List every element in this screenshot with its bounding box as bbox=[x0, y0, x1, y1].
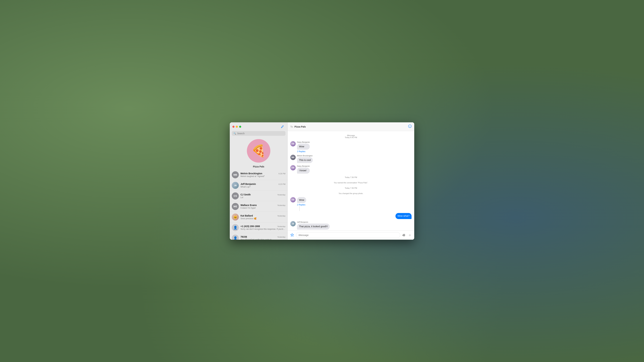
conv-info-wallace: Wallace Evans Yesterday It does! I'm hyp… bbox=[240, 204, 286, 209]
avatar-mb-m2: MB bbox=[290, 155, 296, 160]
bubble-m2: This is cool bbox=[297, 157, 313, 163]
chat-info-button[interactable]: i bbox=[408, 124, 412, 129]
conversation-item-kat[interactable]: 🐱 Kat Ballard Yesterday Sooo precious 🥰 bbox=[230, 212, 288, 222]
conversation-item-78156[interactable]: 👤 78156 Yesterday Your ShareGrid verific… bbox=[230, 233, 288, 240]
conv-name-kat: Kat Ballard bbox=[240, 214, 253, 217]
bubble-m3: I know! bbox=[297, 168, 310, 174]
message-row-m5: Wow what? bbox=[290, 213, 412, 219]
group-name-label: Pizza Pals bbox=[230, 164, 288, 170]
conv-preview-cj: Lol bbox=[240, 196, 286, 199]
avatar-daisy-m4: DB bbox=[290, 197, 296, 202]
avatar-phone: 👤 bbox=[232, 224, 239, 231]
message-row-m2: MB Melvin Brockington This is cool bbox=[290, 155, 412, 163]
traffic-lights bbox=[232, 126, 241, 128]
avatar-kat: 🐱 bbox=[232, 214, 239, 221]
avatar-daisy-m1: DB bbox=[290, 141, 296, 146]
close-button[interactable] bbox=[232, 126, 234, 128]
bubble-m5: Wow what? bbox=[396, 213, 412, 219]
msg-content-m1: Daisy Benjamin Wow 2 Replies bbox=[297, 141, 310, 153]
system-message-1: You named the conversation "Pizza Pals". bbox=[290, 182, 412, 184]
chat-area: To: Pizza Pals i iMessage Today 6:45 PM … bbox=[288, 122, 414, 240]
message-row-m6: JB Jeff Benjamin That pizza, it looked g… bbox=[290, 221, 412, 230]
avatar-78156: 👤 bbox=[232, 235, 239, 240]
conv-info-melvin: Melvin Brockington 6:26 PM Melvin laughe… bbox=[240, 172, 286, 177]
conv-preview-78156: Your ShareGrid verification code is: bbox=[240, 239, 286, 240]
msg-content-m2: Melvin Brockington This is cool bbox=[297, 155, 313, 163]
audio-button[interactable] bbox=[402, 233, 406, 238]
conversation-item-phone[interactable]: 👤 +1 (415) 200-1908 Yesterday Sorry, we … bbox=[230, 222, 288, 233]
conv-time-jeff: 6:23 PM bbox=[278, 183, 286, 185]
message-row-m1: DB Daisy Benjamin Wow 2 Replies bbox=[290, 141, 412, 153]
conv-info-kat: Kat Ballard Yesterday Sooo precious 🥰 bbox=[240, 214, 286, 220]
conv-name-cj: CJ Smith bbox=[240, 193, 251, 196]
conversation-list: MB Melvin Brockington 6:26 PM Melvin lau… bbox=[230, 170, 288, 240]
emoji-button[interactable]: ☺ bbox=[408, 233, 412, 238]
msg-content-m6: Jeff Benjamin That pizza, it looked good… bbox=[297, 221, 330, 230]
conv-name-melvin: Melvin Brockington bbox=[240, 172, 262, 175]
msg-sender-m1: Daisy Benjamin bbox=[297, 141, 310, 143]
conv-name-jeff: Jeff Benjamin bbox=[240, 183, 256, 185]
conv-time-kat: Yesterday bbox=[277, 215, 286, 217]
conv-info-78156: 78156 Yesterday Your ShareGrid verificat… bbox=[240, 236, 286, 240]
conversation-item-cj[interactable]: CS CJ Smith Yesterday Lol bbox=[230, 191, 288, 201]
search-bar[interactable]: 🔍 bbox=[232, 131, 286, 136]
sidebar: 🔍 🍕 Pizza Pals MB Melvin Brockington 6:2… bbox=[230, 122, 288, 240]
search-input[interactable] bbox=[237, 132, 284, 135]
time-header-3: Today 7:36 PM bbox=[290, 187, 412, 189]
conv-time-78156: Yesterday bbox=[277, 236, 286, 238]
conv-time-wallace: Yesterday bbox=[277, 204, 286, 206]
msg-sender-m6: Jeff Benjamin bbox=[297, 221, 330, 223]
appstore-button[interactable] bbox=[290, 233, 295, 238]
conv-info-phone: +1 (415) 200-1908 Yesterday Sorry, we do… bbox=[240, 225, 286, 230]
minimize-button[interactable] bbox=[236, 126, 238, 128]
svg-line-0 bbox=[281, 128, 282, 128]
conv-preview-melvin: Melvin laughed at "Agreed" bbox=[240, 175, 286, 177]
conv-name-wallace: Wallace Evans bbox=[240, 204, 257, 206]
search-icon: 🔍 bbox=[234, 132, 236, 135]
conv-preview-phone: Sorry, we don't recognize this response.… bbox=[240, 228, 286, 230]
avatar-jeff-m6: JB bbox=[290, 221, 296, 226]
replies-m4[interactable]: 2 Replies bbox=[297, 204, 306, 206]
conv-preview-jeff: What's up? bbox=[240, 186, 286, 188]
maximize-button[interactable] bbox=[239, 126, 241, 128]
conv-time-phone: Yesterday bbox=[277, 225, 286, 227]
svg-rect-6 bbox=[404, 234, 405, 236]
compose-button[interactable] bbox=[280, 124, 285, 129]
chat-to-label: To: bbox=[290, 125, 294, 128]
messages-window: 🔍 🍕 Pizza Pals MB Melvin Brockington 6:2… bbox=[230, 122, 414, 240]
chat-group-name: Pizza Pals bbox=[294, 125, 306, 128]
conv-time-cj: Yesterday bbox=[277, 194, 286, 196]
titlebar bbox=[230, 122, 288, 131]
conv-name-phone: +1 (415) 200-1908 bbox=[240, 225, 260, 228]
conv-name-78156: 78156 bbox=[240, 236, 247, 238]
message-input[interactable] bbox=[296, 232, 400, 238]
avatar-jeff: JB bbox=[232, 182, 239, 189]
avatar-daisy-m3: DB bbox=[290, 165, 296, 170]
chat-header: To: Pizza Pals i bbox=[288, 122, 414, 131]
bubble-m6: That pizza, it looked good!!! bbox=[297, 224, 330, 230]
msg-content-m5: Wow what? bbox=[396, 213, 412, 219]
input-area: ☺ bbox=[288, 230, 414, 240]
message-row-m4: DB Wow 2 Replies bbox=[290, 197, 412, 211]
group-icon-container: 🍕 bbox=[230, 137, 288, 164]
avatar-melvin: MB bbox=[232, 171, 239, 178]
conversation-item-melvin[interactable]: MB Melvin Brockington 6:26 PM Melvin lau… bbox=[230, 170, 288, 180]
conv-preview-kat: Sooo precious 🥰 bbox=[240, 217, 286, 220]
msg-sender-m3: Daisy Benjamin bbox=[297, 165, 310, 167]
bubble-m4: Wow bbox=[297, 197, 306, 203]
message-row-m3: DB Daisy Benjamin I know! bbox=[290, 165, 412, 174]
replies-m1[interactable]: 2 Replies bbox=[297, 150, 310, 153]
msg-content-m3: Daisy Benjamin I know! bbox=[297, 165, 310, 174]
time-header-1: iMessage Today 6:45 PM bbox=[290, 134, 412, 138]
thread-line bbox=[299, 206, 300, 211]
group-avatar: 🍕 bbox=[247, 139, 270, 163]
bubble-m1: Wow bbox=[297, 144, 310, 150]
conv-preview-wallace: It does! I'm hype! bbox=[240, 207, 286, 209]
avatar-cj: CS bbox=[232, 192, 239, 199]
conv-info-cj: CJ Smith Yesterday Lol bbox=[240, 193, 286, 199]
conversation-item-wallace[interactable]: WE Wallace Evans Yesterday It does! I'm … bbox=[230, 201, 288, 212]
conversation-item-jeff[interactable]: JB Jeff Benjamin 6:23 PM What's up? bbox=[230, 180, 288, 191]
system-message-2: You changed the group photo. bbox=[290, 192, 412, 194]
avatar-wallace: WE bbox=[232, 203, 239, 210]
messages-area: iMessage Today 6:45 PM DB Daisy Benjamin… bbox=[288, 131, 414, 230]
